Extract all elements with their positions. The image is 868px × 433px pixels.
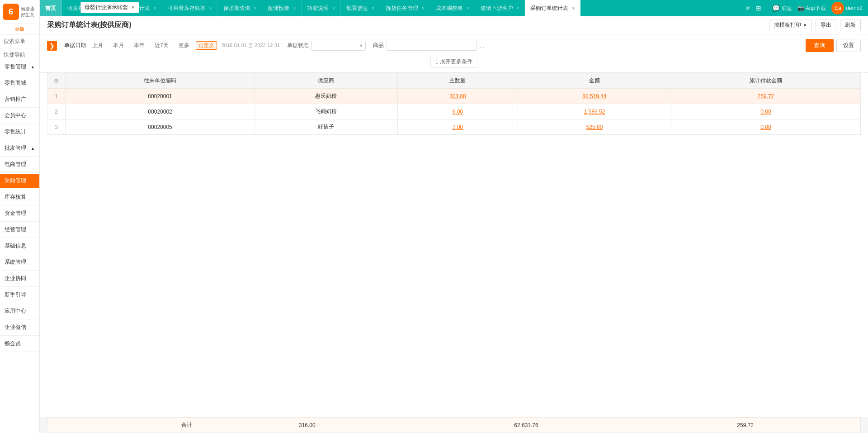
message-btn[interactable]: 💬 消息	[772, 5, 792, 12]
date-chip-this-year[interactable]: 本年	[130, 41, 148, 50]
date-chip-last-month[interactable]: 上月	[89, 41, 107, 50]
row-amount[interactable]: 525.80	[518, 119, 671, 135]
row-qty[interactable]: 303.00	[397, 89, 518, 104]
data-table: ⚙往来单位编码供应商主数量金额累计付款金额 100020001惠氏奶粉303.0…	[47, 73, 861, 135]
row-paid[interactable]: 259.72	[671, 89, 860, 104]
sidebar-item-ecommerce[interactable]: 电商管理	[0, 157, 39, 171]
row-num: 2	[47, 104, 66, 119]
goods-input[interactable]	[387, 41, 477, 51]
col-header-3: 主数量	[397, 73, 518, 89]
row-qty[interactable]: 7.00	[397, 119, 518, 135]
sidebar-item-member[interactable]: 畅会员	[0, 337, 39, 351]
tab-close-shelving-task[interactable]: ×	[422, 6, 425, 11]
row-paid[interactable]: 0.00	[671, 104, 860, 119]
sidebar-search[interactable]: 搜索菜单	[0, 35, 39, 48]
table-row[interactable]: 200020002飞鹤奶粉6.001,586.520.00	[47, 104, 861, 119]
status-select[interactable]	[311, 41, 366, 51]
table-settings-icon[interactable]: ⚙	[54, 78, 59, 84]
sidebar-item-system-mgmt[interactable]: 系统管理	[0, 255, 39, 269]
tab-close-order-summary[interactable]: ×	[154, 6, 156, 11]
sidebar-item-enterprise[interactable]: 企业协同	[0, 271, 39, 285]
filter-row: ❯ 单据日期 上月 本月 本年 近7天 更多 自定义 2016-01-01 至 …	[47, 39, 861, 52]
row-code: 00020001	[66, 89, 255, 104]
sidebar-divider	[0, 140, 39, 140]
sidebar-item-app-center[interactable]: 应用中心	[0, 304, 39, 318]
status-filter: 单据状态	[287, 41, 366, 51]
expand-btn[interactable]: ⤵ 展开更多条件	[430, 56, 477, 68]
sidebar-item-operations[interactable]: 经营管理	[0, 223, 39, 237]
status-select-wrapper	[311, 41, 366, 51]
export-btn[interactable]: 导出	[816, 19, 836, 31]
tab-invite-downstream[interactable]: 邀请下游客户×	[475, 0, 525, 16]
sidebar-item-purchase-mgmt[interactable]: 采购管理	[0, 174, 39, 188]
date-chip-this-month[interactable]: 本月	[109, 41, 127, 50]
sidebar-divider	[0, 189, 39, 189]
store-selector[interactable]: 母婴行业演示账套 ▼	[80, 2, 139, 13]
setting-btn[interactable]: 设置	[836, 39, 861, 52]
filter-toggle-btn[interactable]: ❯	[47, 41, 57, 51]
col-header-4: 金额	[518, 73, 671, 89]
sidebar: 6 畅捷通好生意 标版 搜索菜单 快捷导航 零售管理▲零售商城营销推广会员中心零…	[0, 0, 40, 433]
app-download-btn[interactable]: 📷 App下载	[797, 5, 826, 12]
col-header-5: 累计付款金额	[671, 73, 860, 89]
tab-purchase-order-summary[interactable]: 采购订单统计表×	[525, 0, 580, 16]
tab-overstock-warning[interactable]: 超储预警×	[262, 0, 302, 16]
table-footer: 合计 316.00 62,631.76 259.72	[47, 417, 861, 433]
sidebar-item-retail-stats[interactable]: 零售统计	[0, 125, 39, 139]
tab-close-all-btn[interactable]: ✕	[743, 4, 752, 13]
date-chip-more[interactable]: 更多	[175, 41, 193, 50]
row-amount[interactable]: 1,586.52	[518, 104, 671, 119]
tab-close-invite-downstream[interactable]: ×	[517, 6, 519, 11]
query-btn[interactable]: 查询	[806, 39, 834, 52]
row-code: 00020002	[66, 104, 255, 119]
quick-nav-label[interactable]: 快捷导航	[0, 48, 39, 60]
sidebar-item-retail-mall[interactable]: 零售商城	[0, 76, 39, 90]
sidebar-divider	[0, 156, 39, 157]
page-title: 采购订单统计表(按供应商)	[47, 20, 132, 30]
tab-config-info[interactable]: 配置信息×	[341, 0, 380, 16]
tab-function-desc[interactable]: 功能说明×	[302, 0, 341, 16]
sidebar-item-wholesale-mgmt[interactable]: 批发管理▲	[0, 141, 39, 155]
logo-area: 6 畅捷通好生意	[0, 0, 39, 24]
tab-close-function-desc[interactable]: ×	[332, 6, 335, 11]
tab-close-available-inventory[interactable]: ×	[209, 6, 212, 11]
tab-close-warranty-query[interactable]: ×	[254, 6, 257, 11]
tab-cost-adjust[interactable]: 成本调整单×	[430, 0, 475, 16]
sidebar-item-finance[interactable]: 资金管理	[0, 206, 39, 220]
row-code: 00020005	[66, 119, 255, 135]
sidebar-item-inventory[interactable]: 库存核算	[0, 190, 39, 204]
tab-warranty-query[interactable]: 保质期查询×	[218, 0, 263, 16]
custom-date-tag[interactable]: 自定义	[196, 41, 217, 50]
tab-shelving-task[interactable]: 拣货任务管理×	[380, 0, 430, 16]
table-row[interactable]: 300020005好孩子7.00525.800.00	[47, 119, 861, 135]
tab-available-inventory[interactable]: 可用量库存账本×	[162, 0, 218, 16]
sidebar-item-enterprise-wechat[interactable]: 企业微信	[0, 320, 39, 334]
user-profile[interactable]: Ea demo2	[831, 2, 863, 14]
tab-close-config-info[interactable]: ×	[372, 6, 374, 11]
refresh-btn[interactable]: 刷新	[840, 19, 861, 31]
tab-close-cost-adjust[interactable]: ×	[467, 6, 469, 11]
row-paid[interactable]: 0.00	[671, 119, 860, 135]
sidebar-divider	[0, 254, 39, 254]
goods-more-btn[interactable]: ...	[480, 43, 484, 49]
sidebar-divider	[0, 352, 39, 352]
sidebar-item-newbie[interactable]: 新手引导	[0, 288, 39, 302]
row-amount[interactable]: 60,519.44	[518, 89, 671, 104]
sidebar-divider	[0, 335, 39, 336]
row-qty[interactable]: 6.00	[397, 104, 518, 119]
sidebar-item-marketing[interactable]: 营销推广	[0, 92, 39, 106]
date-chip-7days[interactable]: 近7天	[151, 41, 172, 50]
tabs-row: 首页收发存汇总表×要货单统计表×可用量库存账本×保质期查询×超储预警×功能说明×…	[40, 0, 767, 16]
sidebar-item-basic-info[interactable]: 基础信息	[0, 239, 39, 253]
sidebar-item-member-center[interactable]: 会员中心	[0, 109, 39, 123]
sidebar-divider	[0, 75, 39, 75]
tab-home[interactable]: 首页	[40, 0, 62, 16]
tab-close-purchase-order-summary[interactable]: ×	[572, 6, 575, 11]
template-print-btn[interactable]: 按模板打印 ▼	[769, 19, 812, 31]
footer-paid: 259.72	[636, 422, 855, 428]
tab-maximize-btn[interactable]: ⊞	[754, 4, 763, 13]
sidebar-item-retail-mgmt[interactable]: 零售管理▲	[0, 60, 39, 74]
table-row[interactable]: 100020001惠氏奶粉303.0060,519.44259.72	[47, 89, 861, 104]
tab-close-overstock-warning[interactable]: ×	[293, 6, 296, 11]
sidebar-divider	[0, 221, 39, 222]
